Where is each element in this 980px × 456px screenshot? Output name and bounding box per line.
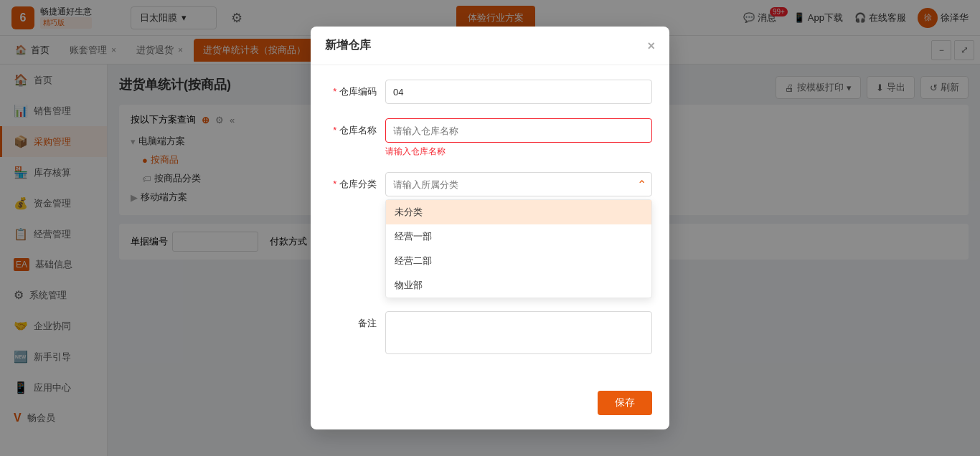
code-input[interactable] bbox=[385, 80, 652, 104]
note-label: 备注 bbox=[328, 311, 385, 330]
dialog-title: 新增仓库 bbox=[325, 38, 371, 53]
new-warehouse-dialog: 新增仓库 × 仓库编码 仓库名称 请输入仓库名称 仓库分类 bbox=[311, 27, 669, 429]
note-textarea[interactable] bbox=[385, 311, 652, 354]
code-input-wrap bbox=[385, 80, 652, 104]
category-input-wrap: ⌃ 未分类 经营一部 经营二部 物业部 bbox=[385, 172, 652, 196]
name-label: 仓库名称 bbox=[328, 118, 385, 137]
save-button[interactable]: 保存 bbox=[598, 391, 652, 415]
category-dropdown: 未分类 经营一部 经营二部 物业部 bbox=[385, 199, 652, 298]
name-input-wrap: 请输入仓库名称 bbox=[385, 118, 652, 158]
dialog-body: 仓库编码 仓库名称 请输入仓库名称 仓库分类 ⌃ bbox=[311, 65, 669, 382]
category-label: 仓库分类 bbox=[328, 172, 385, 191]
name-field-row: 仓库名称 请输入仓库名称 bbox=[328, 118, 652, 158]
category-input[interactable] bbox=[385, 172, 652, 196]
note-input-wrap bbox=[385, 311, 652, 356]
note-field-row: 备注 bbox=[328, 311, 652, 356]
dialog-header: 新增仓库 × bbox=[311, 27, 669, 65]
category-field-row: 仓库分类 ⌃ 未分类 经营一部 经营二部 物业部 bbox=[328, 172, 652, 196]
dropdown-item-dept2[interactable]: 经营二部 bbox=[386, 249, 651, 273]
dropdown-item-dept1[interactable]: 经营一部 bbox=[386, 224, 651, 249]
name-error-message: 请输入仓库名称 bbox=[385, 146, 652, 158]
code-label: 仓库编码 bbox=[328, 80, 385, 98]
dialog-footer: 保存 bbox=[311, 382, 669, 429]
dropdown-item-uncategorized[interactable]: 未分类 bbox=[386, 200, 651, 224]
name-input[interactable] bbox=[385, 118, 652, 143]
dialog-overlay: 新增仓库 × 仓库编码 仓库名称 请输入仓库名称 仓库分类 bbox=[0, 0, 980, 456]
dropdown-item-dept3[interactable]: 物业部 bbox=[386, 273, 651, 298]
code-field-row: 仓库编码 bbox=[328, 80, 652, 104]
dialog-close-button[interactable]: × bbox=[647, 39, 655, 52]
